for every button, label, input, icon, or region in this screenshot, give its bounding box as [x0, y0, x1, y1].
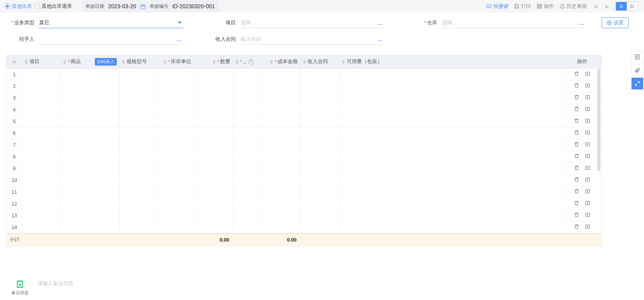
cell-unit[interactable] — [155, 163, 194, 174]
cell-spec[interactable] — [119, 198, 155, 209]
cell-qty[interactable] — [194, 116, 233, 127]
delete-row-button[interactable] — [574, 200, 579, 207]
cell-spec[interactable] — [119, 186, 155, 198]
cell-income-contract[interactable] — [300, 186, 340, 198]
cell-available[interactable] — [340, 222, 563, 233]
th-project[interactable]: 项目 — [22, 55, 61, 68]
add-row-button[interactable] — [585, 200, 590, 207]
cell-unit[interactable] — [155, 186, 194, 198]
cell-project[interactable] — [22, 80, 61, 92]
cell-cost[interactable] — [261, 151, 300, 162]
cell-project[interactable] — [22, 92, 61, 104]
cell-available[interactable] — [340, 127, 563, 139]
cell-unit[interactable] — [155, 175, 194, 186]
print-action[interactable]: 打印 — [514, 3, 531, 10]
th-cost[interactable]: *成本金额 — [261, 55, 300, 68]
table-row[interactable]: 3 — [7, 92, 601, 104]
handler-picker[interactable] — [38, 34, 183, 45]
table-row[interactable]: 2 — [7, 80, 601, 92]
settings-button[interactable]: 设置 — [602, 17, 629, 28]
delete-row-button[interactable] — [574, 118, 579, 125]
table-row[interactable]: 11 — [7, 186, 601, 198]
radio-other-out-return[interactable]: 其他出库退库 — [34, 3, 72, 10]
income-contract-picker[interactable]: 收入合同 — [240, 34, 385, 45]
cell-available[interactable] — [340, 163, 563, 174]
cell-qty[interactable] — [194, 186, 233, 198]
cell-cost[interactable] — [261, 116, 300, 127]
cell-short[interactable] — [233, 92, 261, 104]
cell-product[interactable] — [61, 186, 119, 198]
cell-cost[interactable] — [261, 104, 300, 115]
cell-qty[interactable] — [194, 163, 233, 174]
project-picker[interactable]: 选择... — [240, 17, 385, 28]
delete-row-button[interactable] — [574, 165, 579, 172]
cell-qty[interactable] — [194, 80, 233, 92]
delete-row-button[interactable] — [574, 142, 579, 148]
add-row-button[interactable] — [585, 118, 590, 125]
cell-income-contract[interactable] — [300, 163, 340, 174]
delete-row-button[interactable] — [574, 106, 579, 113]
cell-cost[interactable] — [261, 175, 300, 186]
cell-spec[interactable] — [119, 175, 155, 186]
cell-project[interactable] — [22, 198, 61, 209]
cell-project[interactable] — [22, 127, 61, 139]
th-available[interactable]: 可用量（包装） — [340, 55, 563, 68]
cell-short[interactable] — [233, 69, 261, 80]
cell-product[interactable] — [61, 127, 119, 139]
table-row[interactable]: 6 — [7, 127, 601, 139]
cell-product[interactable] — [61, 80, 119, 92]
remarks-icon-block[interactable]: 备注信息 — [6, 275, 34, 300]
cell-product[interactable] — [61, 163, 119, 174]
delete-row-button[interactable] — [574, 212, 579, 219]
cell-unit[interactable] — [155, 151, 194, 162]
column-settings-button[interactable] — [7, 55, 22, 68]
cell-spec[interactable] — [119, 80, 155, 92]
table-row[interactable]: 5 — [7, 116, 601, 127]
cell-short[interactable] — [233, 80, 261, 92]
cell-product[interactable] — [61, 104, 119, 115]
cell-product[interactable] — [61, 116, 119, 127]
delete-row-button[interactable] — [574, 71, 579, 78]
cell-available[interactable] — [340, 139, 563, 151]
cell-qty[interactable] — [194, 104, 233, 115]
prev-doc-arrow[interactable]: ◀ — [592, 4, 599, 9]
table-row[interactable]: 10 — [7, 175, 601, 186]
cell-product[interactable] — [61, 198, 119, 209]
cell-unit[interactable] — [155, 80, 194, 92]
add-row-button[interactable] — [585, 83, 590, 89]
cell-income-contract[interactable] — [300, 210, 340, 221]
cell-unit[interactable] — [155, 92, 194, 104]
cell-project[interactable] — [22, 151, 61, 162]
cell-cost[interactable] — [261, 198, 300, 209]
cell-product[interactable] — [61, 222, 119, 233]
add-row-button[interactable] — [585, 177, 590, 184]
cell-spec[interactable] — [119, 104, 155, 115]
cell-spec[interactable] — [119, 163, 155, 174]
cell-unit[interactable] — [155, 222, 194, 233]
cell-spec[interactable] — [119, 92, 155, 104]
cell-cost[interactable] — [261, 127, 300, 139]
cell-income-contract[interactable] — [300, 139, 340, 151]
cell-available[interactable] — [340, 198, 563, 209]
cell-income-contract[interactable] — [300, 92, 340, 104]
cell-qty[interactable] — [194, 222, 233, 233]
cell-short[interactable] — [233, 104, 261, 115]
radio-other-out[interactable]: 其他出库 — [5, 3, 32, 10]
delete-row-button[interactable] — [574, 153, 579, 160]
cell-spec[interactable] — [119, 151, 155, 162]
cell-short[interactable] — [233, 186, 261, 198]
help-icon[interactable]: ? — [248, 59, 254, 65]
cell-product[interactable] — [61, 151, 119, 162]
cell-short[interactable] — [233, 151, 261, 162]
delete-row-button[interactable] — [574, 177, 579, 184]
cell-short[interactable] — [233, 116, 261, 127]
add-row-button[interactable] — [585, 71, 590, 78]
cell-cost[interactable] — [261, 163, 300, 174]
table-row[interactable]: 1 — [7, 69, 601, 80]
cell-product[interactable] — [61, 139, 119, 151]
shortcut-action[interactable]: 快捷键 — [486, 3, 508, 10]
delete-row-button[interactable] — [574, 83, 579, 89]
table-row[interactable]: 8 — [7, 151, 601, 163]
cell-qty[interactable] — [194, 92, 233, 104]
th-product[interactable]: *商品 扫码录入 — [61, 55, 119, 68]
